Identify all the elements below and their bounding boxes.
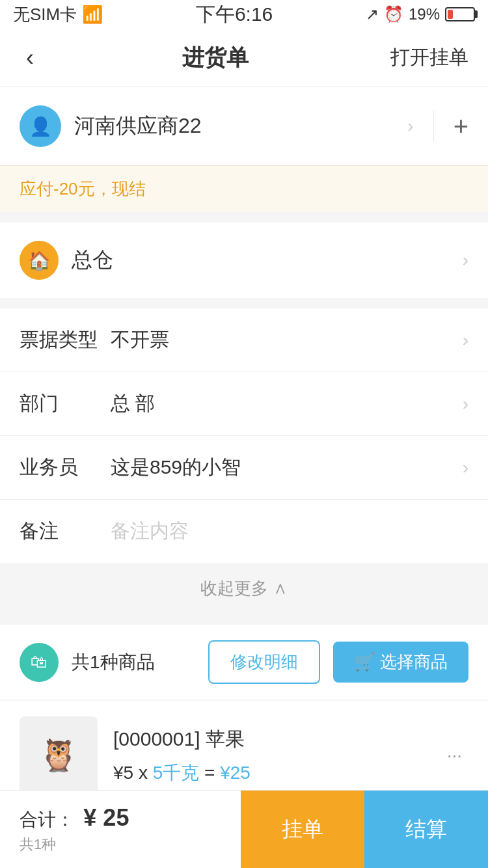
avatar-icon: 👤	[29, 116, 52, 137]
total-value: ¥25	[220, 763, 251, 783]
page-title: 进货单	[182, 43, 249, 73]
department-arrow-icon: ›	[463, 394, 468, 414]
collapse-button[interactable]: 收起更多 ∧	[200, 577, 287, 600]
staff-label: 业务员	[20, 454, 98, 481]
edit-detail-button[interactable]: 修改明细	[208, 640, 320, 684]
warehouse-icon: 🏠	[20, 241, 59, 280]
cart-icon: 🛒	[354, 652, 375, 672]
status-left: 无SIM卡 📶	[13, 3, 103, 26]
supplier-arrow-icon: ›	[407, 116, 413, 137]
wifi-icon: 📶	[82, 5, 103, 25]
staff-value: 这是859的小智	[98, 454, 463, 481]
checkout-button[interactable]: 结算	[364, 791, 488, 869]
home-icon: 🏠	[28, 250, 51, 271]
owl-icon: 🦉	[39, 737, 78, 774]
product-code: [0000001]	[113, 728, 206, 750]
location-icon: ↗	[366, 5, 379, 23]
status-time: 下午6:16	[196, 1, 273, 28]
total-sub: 共1种	[20, 835, 221, 854]
bottom-bar: 合计： ¥ 25 共1种 挂单 结算	[0, 790, 488, 868]
product-name: [0000001] 苹果	[113, 726, 425, 753]
battery-icon	[445, 7, 475, 21]
total-section: 合计： ¥ 25 共1种	[0, 804, 241, 854]
total-label: 合计：	[20, 809, 74, 830]
product-icon: 🛍	[20, 643, 59, 682]
payment-notice: 应付-20元，现结	[0, 165, 488, 212]
battery-percent: 19%	[409, 5, 440, 23]
hang-button[interactable]: 挂单	[241, 791, 364, 869]
invoice-type-value: 不开票	[98, 327, 463, 353]
warehouse-arrow-icon: ›	[463, 250, 468, 271]
product-thumbnail: 🦉	[20, 716, 98, 794]
collapse-row[interactable]: 收起更多 ∧	[0, 563, 488, 614]
warehouse-name: 总仓	[72, 246, 463, 275]
supplier-row[interactable]: 👤 河南供应商22 › +	[0, 87, 488, 165]
equals-sign: =	[199, 763, 220, 783]
signal-text: 无SIM卡	[13, 3, 77, 26]
supplier-name: 河南供应商22	[74, 112, 407, 141]
product-more-button[interactable]: ···	[441, 739, 468, 772]
invoice-arrow-icon: ›	[463, 330, 468, 351]
open-hang-button[interactable]: 打开挂单	[390, 44, 468, 71]
remark-label: 备注	[20, 518, 98, 545]
product-count: 共1种商品	[72, 650, 195, 675]
add-button[interactable]: +	[454, 112, 468, 141]
product-title: 苹果	[206, 728, 245, 750]
status-bar: 无SIM卡 📶 下午6:16 ↗ ⏰ 19%	[0, 0, 488, 29]
main-content: 👤 河南供应商22 › + 应付-20元，现结 🏠 总仓 › 票据类型 不开票 …	[0, 87, 488, 868]
remark-input[interactable]: 备注内容	[98, 518, 468, 545]
total-amount: ¥ 25	[83, 804, 129, 831]
warehouse-row[interactable]: 🏠 总仓 ›	[0, 223, 488, 298]
remark-row[interactable]: 备注 备注内容	[0, 500, 488, 563]
shopping-icon: 🛍	[31, 652, 47, 672]
price-value: ¥5 x	[113, 763, 153, 783]
department-row[interactable]: 部门 总 部 ›	[0, 372, 488, 436]
department-value: 总 部	[98, 390, 463, 417]
supplier-card: 👤 河南供应商22 › + 应付-20元，现结	[0, 87, 488, 212]
back-button[interactable]: ‹	[20, 38, 40, 78]
supplier-avatar: 👤	[20, 105, 61, 147]
alarm-icon: ⏰	[384, 5, 403, 23]
staff-arrow-icon: ›	[463, 457, 468, 478]
warehouse-card[interactable]: 🏠 总仓 ›	[0, 223, 488, 298]
product-price: ¥5 x 5千克 = ¥25	[113, 761, 425, 785]
invoice-type-label: 票据类型	[20, 327, 98, 353]
staff-row[interactable]: 业务员 这是859的小智 ›	[0, 436, 488, 500]
quantity-value: 5千克	[153, 763, 200, 783]
divider	[433, 111, 434, 142]
form-card: 票据类型 不开票 › 部门 总 部 › 业务员 这是859的小智 › 备注 备注…	[0, 308, 488, 563]
invoice-type-row[interactable]: 票据类型 不开票 ›	[0, 308, 488, 372]
status-right: ↗ ⏰ 19%	[366, 5, 475, 23]
select-product-button[interactable]: 🛒 选择商品	[333, 642, 468, 683]
nav-bar: ‹ 进货单 打开挂单	[0, 29, 488, 87]
department-label: 部门	[20, 390, 98, 417]
product-info: [0000001] 苹果 ¥5 x 5千克 = ¥25	[113, 726, 425, 785]
product-header: 🛍 共1种商品 修改明细 🛒 选择商品	[0, 625, 488, 699]
